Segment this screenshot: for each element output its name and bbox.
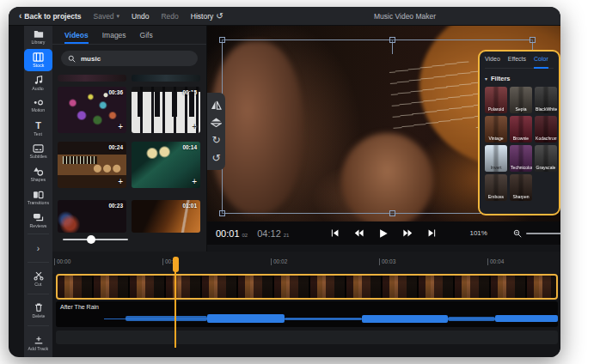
audio-waveform [56, 312, 558, 325]
skip-start-button[interactable] [330, 228, 340, 238]
zoom-slider-track [526, 233, 560, 234]
rotate-cw-icon[interactable]: ↻ [211, 135, 220, 145]
sidebar-item-motion[interactable]: Motion [24, 94, 52, 118]
rotate-ccw-icon[interactable]: ↺ [211, 153, 220, 163]
stock-thumbnail-mixer[interactable]: 00:24 + [58, 142, 126, 188]
stock-thumbnail-orange[interactable]: 01:01 [132, 200, 200, 233]
cut-label: Cut [34, 282, 41, 287]
filter-vintage[interactable]: Vintage [485, 116, 507, 143]
add-clip-icon[interactable]: + [118, 123, 123, 131]
ruler-tick: 00:00 [54, 258, 70, 265]
filter-grayscale[interactable]: Grayscale [535, 145, 557, 172]
filter-label: Grayscale [536, 165, 556, 170]
cut-button[interactable]: Cut [24, 264, 52, 292]
filter-technicolor[interactable]: Technicolor [510, 145, 532, 172]
stock-thumbnail-green-device[interactable]: 00:14 + [132, 142, 200, 188]
history-button[interactable]: History ↺ [191, 11, 223, 21]
tab-effects[interactable]: Effects [508, 56, 526, 64]
text-icon: T [35, 121, 41, 130]
filter-label: Sharpen [511, 194, 531, 199]
film-strip-icon [33, 52, 44, 62]
filter-kodachrome[interactable]: Kodachrome [535, 116, 557, 143]
filter-sharpen[interactable]: Sharpen [510, 174, 532, 201]
tab-gifs[interactable]: Gifs [140, 31, 153, 44]
folder-icon [34, 29, 44, 39]
filter-polaroid[interactable]: Polaroid [485, 87, 507, 113]
video-track-clip-selected[interactable] [56, 274, 558, 300]
filter-label: Polaroid [486, 106, 506, 112]
resize-handle-top-right[interactable] [530, 37, 536, 43]
add-clip-icon[interactable]: + [118, 178, 123, 186]
shapes-icon [33, 167, 44, 176]
resize-handle-top-center[interactable] [389, 37, 395, 43]
sidebar-item-audio[interactable]: Audio [24, 71, 52, 94]
sidebar-item-text[interactable]: T Text [24, 118, 52, 141]
sidebar-item-library[interactable]: Library [24, 26, 52, 49]
project-title: Music Video Maker [349, 12, 461, 21]
audio-track-clip[interactable]: After The Rain [56, 301, 558, 327]
timeline: 00:00 00:01 00:02 00:03 00:04 After The … [52, 252, 560, 357]
filter-brownie[interactable]: Brownie [510, 116, 532, 143]
preview-zoom-level[interactable]: 101% [469, 229, 487, 237]
flip-vertical-icon[interactable] [211, 118, 222, 127]
empty-track-area[interactable] [56, 331, 558, 344]
music-note-icon [34, 75, 44, 85]
forward-button[interactable] [402, 228, 413, 238]
tab-video[interactable]: Video [485, 56, 500, 64]
timeline-ruler[interactable]: 00:00 00:01 00:02 00:03 00:04 [52, 252, 560, 274]
stock-thumbnail-piano[interactable]: 00:15 + [132, 87, 200, 133]
tab-color[interactable]: Color [534, 56, 548, 69]
add-clip-icon[interactable]: + [192, 123, 197, 131]
tab-images[interactable]: Images [102, 31, 126, 44]
sidebar-item-shapes[interactable]: Shapes [24, 163, 52, 186]
collapse-panel-button[interactable]: › [24, 236, 52, 260]
filter-sepia[interactable]: Sepia [510, 87, 532, 113]
back-to-projects-button[interactable]: ‹ Back to projects [19, 11, 81, 21]
undo-button[interactable]: Undo [132, 12, 149, 21]
add-clip-icon[interactable]: + [192, 178, 197, 186]
zoom-out-icon[interactable] [513, 229, 522, 238]
duration-badge: 00:36 [108, 89, 123, 95]
rewind-button[interactable] [353, 228, 364, 238]
tab-videos[interactable]: Videos [64, 31, 89, 44]
back-chevron-icon: ‹ [19, 11, 21, 21]
flip-horizontal-icon[interactable] [211, 100, 222, 110]
skip-end-button[interactable] [427, 228, 437, 238]
slider-handle[interactable] [87, 235, 95, 244]
sidebar-item-transitions[interactable]: Transitions [24, 186, 52, 209]
resize-handle-bottom-left[interactable] [219, 210, 225, 216]
delete-button[interactable]: Delete [24, 296, 52, 324]
effects-panel-tabs: Video Effects Color [485, 56, 554, 69]
stock-panel: Videos Images Gifs 00:36 + 00:15 + 00:24… [52, 26, 207, 252]
add-track-button[interactable]: Add Track [24, 328, 52, 357]
sidebar-item-stock[interactable]: Stock [24, 49, 52, 72]
filter-label: Emboss [486, 194, 506, 199]
sidebar-item-reviews[interactable]: Reviews [24, 209, 52, 232]
stock-thumbnail-dark[interactable]: 00:23 [58, 200, 126, 233]
sidebar-item-subtitles[interactable]: Subtitles [24, 140, 52, 163]
filter-emboss[interactable]: Emboss [485, 174, 507, 201]
duration-badge: 00:15 [182, 89, 197, 95]
filter-blackwhite[interactable]: BlackWhite [535, 87, 557, 113]
stock-thumbnail-partial[interactable] [132, 75, 200, 82]
transport-controls [330, 228, 437, 239]
duration-badge: 00:23 [108, 203, 123, 209]
thumbnail-size-slider[interactable] [63, 235, 128, 244]
saved-status-dropdown[interactable]: Saved ▾ [93, 12, 119, 21]
play-button[interactable] [378, 228, 389, 239]
redo-button[interactable]: Redo [161, 12, 178, 21]
playhead-handle[interactable] [173, 257, 179, 272]
scissors-icon [34, 270, 44, 281]
filters-section-header[interactable]: ▾ Filters [485, 75, 554, 82]
history-label: History [191, 12, 213, 21]
stock-thumbnail-concert[interactable]: 00:36 + [58, 87, 126, 133]
search-input[interactable] [81, 55, 184, 63]
audio-clip-name: After The Rain [60, 304, 99, 310]
sidebar-item-label: Transitions [28, 200, 49, 205]
resize-handle-top-left[interactable] [219, 37, 225, 43]
playhead[interactable] [174, 257, 176, 348]
resize-handle-bottom-center[interactable] [389, 210, 395, 216]
zoom-slider[interactable] [526, 229, 560, 238]
filter-invert[interactable]: Invert [485, 145, 507, 172]
stock-thumbnail-partial[interactable] [58, 75, 126, 82]
